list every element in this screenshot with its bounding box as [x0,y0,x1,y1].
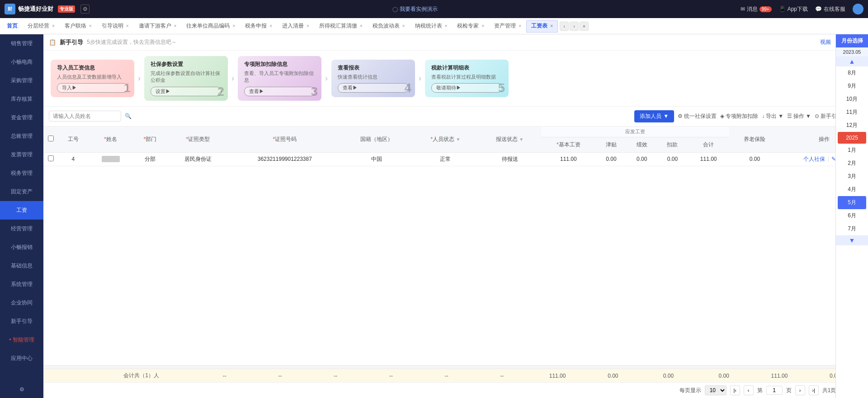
per-page-select[interactable]: 10 20 50 [705,385,726,395]
guide-icon2: ⊙ [815,113,819,119]
settings-icon[interactable]: ⚙ [80,5,90,14]
close-icon[interactable]: × [360,23,363,28]
row-checkbox[interactable] [48,155,54,161]
tab-invite[interactable]: 邀请下游客户 × [134,20,182,33]
month-nav-down[interactable]: ▼ [836,235,868,245]
month-nav-up[interactable]: ▲ [836,56,868,66]
tab-product-code[interactable]: 往来单位商品编码 × [181,20,240,33]
close-icon[interactable]: × [52,23,55,28]
close-icon[interactable]: × [174,23,177,28]
last-page-btn[interactable]: ›| [809,385,819,395]
prev-page-btn[interactable]: ‹ [744,385,754,395]
step-3-btn[interactable]: 查看▶ [244,87,315,96]
sidebar-settings-btn[interactable]: ⚙ [0,381,43,398]
sidebar-item-ledger[interactable]: 总账管理 [0,127,43,145]
tab-next-btn[interactable]: › [570,22,579,31]
export-btn[interactable]: ↓ 导出 ▼ [762,112,783,120]
month-item-12[interactable]: 12月 [836,119,868,132]
th-allowance: 津贴 [596,137,627,152]
message-btn[interactable]: ✉ 消息 99+ [741,5,772,13]
tab-asset[interactable]: 资产管理 × [489,20,526,33]
operations-btn[interactable]: ☰ 操作 ▼ [787,112,811,120]
td-total: 111.00 [688,152,729,166]
sidebar-item-purchase[interactable]: 采购管理 [0,71,43,90]
month-item-5[interactable]: 5月 [838,196,866,209]
sidebar-item-assets[interactable]: 固定资产 [0,183,43,201]
sidebar-item-sales[interactable]: 销售管理 [0,34,43,53]
sidebar-item-ai[interactable]: • 智能管理 [0,331,43,349]
close-icon[interactable]: × [232,23,235,28]
tab-tax-burden[interactable]: 税负波动表 × [368,20,410,33]
sidebar-item-operations[interactable]: 经营管理 [0,220,43,238]
month-item-6[interactable]: 6月 [836,209,868,222]
tab-tax-expert[interactable]: 税检专家 × [452,20,489,33]
month-item-11[interactable]: 11月 [836,106,868,119]
step-1-btn[interactable]: 导入▶ [57,83,128,93]
app-download-btn[interactable]: 📱 App下载 [779,5,808,13]
close-icon[interactable]: × [307,23,309,28]
step-4-btn[interactable]: 查看▶ [338,83,409,93]
search-icon[interactable]: 🔍 [125,113,132,119]
search-input[interactable] [49,111,121,122]
tab-guide[interactable]: 引导说明 × [97,20,134,33]
step-2-btn[interactable]: 设置▶ [151,87,222,96]
sidebar-item-tax[interactable]: 税务管理 [0,164,43,183]
tab-tax-stats[interactable]: 纳税统计表 × [410,20,453,33]
sidebar-item-system[interactable]: 系统管理 [0,275,43,294]
close-icon[interactable]: × [481,23,484,28]
tab-salary[interactable]: 工资表 × [526,20,558,33]
sidebar-item-salary[interactable]: 工资 [0,201,43,220]
current-page-input[interactable] [766,386,783,395]
edition-badge: 专业版 [58,5,75,13]
month-item-2[interactable]: 2月 [836,157,868,170]
th-person-status: *人员状态 ▼ [412,126,479,153]
month-item-4[interactable]: 4月 [836,183,868,196]
sidebar-item-appstore[interactable]: 应用中心 [0,349,43,368]
month-item-9[interactable]: 9月 [836,80,868,93]
close-icon[interactable]: × [89,23,92,28]
tab-clearing[interactable]: 进入清册 × [277,20,314,33]
tab-close-all-btn[interactable]: × [580,22,589,31]
tab-customer-contact[interactable]: 客户联络 × [60,20,97,33]
sidebar-item-invoice[interactable]: 发票管理 [0,145,43,164]
month-item-10[interactable]: 10月 [836,93,868,106]
avatar[interactable] [853,4,863,14]
sidebar-item-expense[interactable]: 小畅报销 [0,238,43,257]
close-icon[interactable]: × [126,23,129,28]
demo-btn[interactable]: 我要看实例演示 [400,5,438,13]
tab-distributed-management[interactable]: 分层经营 × [23,20,60,33]
tab-home[interactable]: 首页 [2,20,23,33]
sidebar-item-ecommerce[interactable]: 小畅电商 [0,53,43,71]
month-item-3[interactable]: 3月 [836,170,868,183]
unified-settings-btn[interactable]: ⚙ 统一社保设置 [678,112,717,120]
sidebar-item-inventory[interactable]: 库存核算 [0,90,43,108]
select-all-checkbox[interactable] [48,136,54,141]
special-deduction-btn[interactable]: ◈ 专项附加扣除 [720,112,758,120]
online-service-btn[interactable]: 💬 在线客服 [815,5,845,13]
close-icon[interactable]: × [269,23,272,28]
add-person-btn[interactable]: 添加人员 ▼ [634,110,674,122]
close-icon-salary[interactable]: × [550,23,553,28]
first-page-btn[interactable]: |‹ [730,385,740,395]
send-status-filter-icon[interactable]: ▼ [519,137,524,142]
guide-video-btn[interactable]: 视频 [820,38,831,46]
next-page-btn[interactable]: › [795,385,805,395]
sidebar-item-basic-info[interactable]: 基础信息 [0,257,43,275]
close-icon[interactable]: × [445,23,448,28]
sidebar-item-cooperation[interactable]: 企业协同 [0,294,43,312]
month-item-7[interactable]: 7月 [836,222,868,235]
personal-social-insurance-link[interactable]: 个人社保 [803,156,825,162]
step-5-btn[interactable]: 敬请期待▶ [431,83,502,93]
person-status-filter-icon[interactable]: ▼ [456,137,460,142]
sidebar-item-newguide[interactable]: 新手引导 [0,312,43,331]
month-item-1[interactable]: 1月 [836,144,868,157]
close-icon[interactable]: × [519,23,521,28]
tab-income-tax[interactable]: 所得税汇算清缴 × [314,20,368,33]
sidebar-item-finance[interactable]: 资金管理 [0,108,43,127]
tab-tax-report[interactable]: 税务申报 × [240,20,277,33]
td-nationality: 中国 [341,152,412,166]
horizontal-scrollbar[interactable] [43,365,868,369]
month-item-8[interactable]: 8月 [836,66,868,80]
close-icon[interactable]: × [402,23,405,28]
tab-prev-btn[interactable]: ‹ [560,22,569,31]
